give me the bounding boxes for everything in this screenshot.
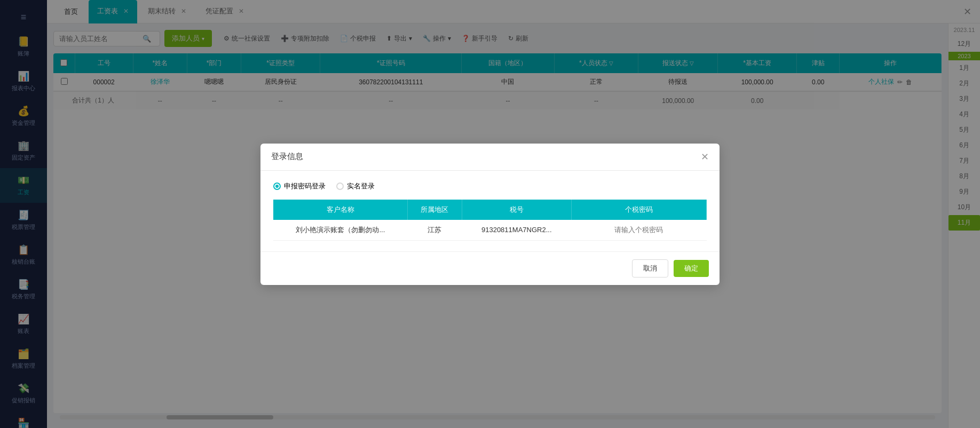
radio-password-dot: [273, 183, 281, 190]
radio-password-label[interactable]: 申报密码登录: [273, 181, 326, 191]
modal-cancel-btn[interactable]: 取消: [632, 259, 668, 278]
modal-close-btn[interactable]: ✕: [701, 151, 709, 163]
col-client-name: 客户名称: [273, 200, 408, 220]
col-tax-no: 税号: [462, 200, 571, 220]
cell-region: 江苏: [408, 220, 462, 241]
modal-overlay: 登录信息 ✕ 申报密码登录 实名登录 客户名称 所属: [0, 0, 980, 428]
login-info-table: 客户名称 所属地区 税号 个税密码 刘小艳演示账套（勿删勿动... 江苏 913…: [273, 200, 707, 241]
col-tax-password: 个税密码: [571, 200, 706, 220]
cell-tax-password[interactable]: [571, 220, 706, 241]
modal-body: 申报密码登录 实名登录 客户名称 所属地区 税号 个税密码: [260, 171, 720, 251]
tax-password-input[interactable]: [578, 226, 700, 234]
modal-confirm-btn[interactable]: 确定: [674, 260, 709, 277]
modal-title: 登录信息: [271, 152, 303, 162]
col-region: 所属地区: [408, 200, 462, 220]
cell-tax-no: 91320811MA7NGR2...: [462, 220, 571, 241]
modal-footer: 取消 确定: [260, 251, 720, 285]
radio-realname-label[interactable]: 实名登录: [336, 181, 375, 191]
login-info-modal: 登录信息 ✕ 申报密码登录 实名登录 客户名称 所属: [260, 144, 720, 285]
login-info-row: 刘小艳演示账套（勿删勿动... 江苏 91320811MA7NGR2...: [273, 220, 707, 241]
cell-client-name: 刘小艳演示账套（勿删勿动...: [273, 220, 408, 241]
modal-header: 登录信息 ✕: [260, 144, 720, 171]
radio-realname-dot: [336, 183, 344, 190]
login-type-radio-group: 申报密码登录 实名登录: [273, 181, 707, 191]
